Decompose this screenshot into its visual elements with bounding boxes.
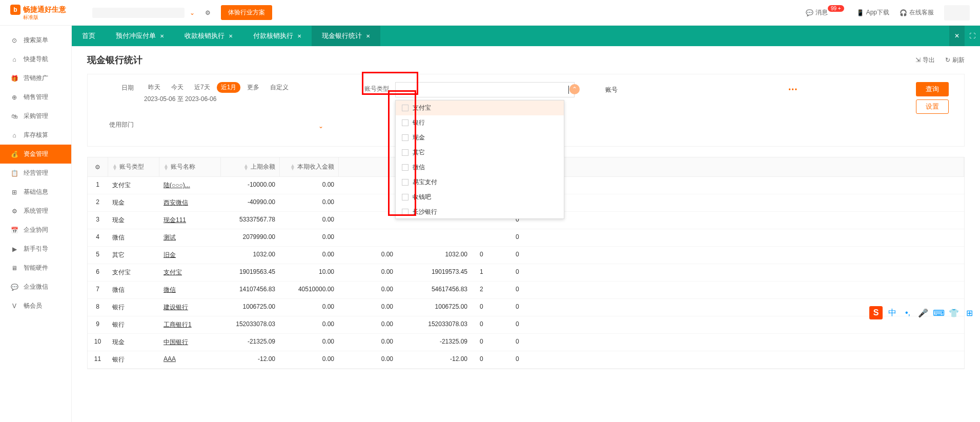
th-type[interactable]: ▲▼账号类型 xyxy=(108,157,159,176)
sidebar-item[interactable]: 📋经营管理 xyxy=(0,164,71,183)
date-filter-btn[interactable]: 今天 xyxy=(167,82,188,93)
account-link[interactable]: 支付宝 xyxy=(164,269,182,276)
dropdown-item[interactable]: 支付宝 xyxy=(396,101,564,115)
checkbox[interactable] xyxy=(402,119,409,126)
refresh-button[interactable]: ↻ 刷新 xyxy=(945,56,965,65)
tab-close-icon[interactable]: ✕ xyxy=(160,33,164,39)
cell-name: 工商银行1 xyxy=(159,316,221,333)
ime-punct-icon[interactable]: •, xyxy=(902,307,913,318)
sidebar-label: 企业协同 xyxy=(24,226,48,234)
dropdown-item[interactable]: 银行 xyxy=(396,115,564,130)
sidebar-item[interactable]: 🎁营销推广 xyxy=(0,69,71,88)
sidebar-item[interactable]: ⌂库存核算 xyxy=(0,126,71,145)
checkbox[interactable] xyxy=(402,134,409,141)
date-filter-btn[interactable]: 昨天 xyxy=(144,82,165,93)
gear-icon[interactable]: ⚙ xyxy=(205,9,211,16)
checkbox[interactable] xyxy=(402,149,409,156)
caret-down-icon: ⌄ xyxy=(190,9,195,16)
plan-button[interactable]: 体验行业方案 xyxy=(221,5,272,20)
account-link[interactable]: 旧金 xyxy=(164,251,176,258)
setting-button[interactable]: 设置 xyxy=(916,99,949,114)
company-selector[interactable]: ⌄ xyxy=(92,8,195,18)
checkbox[interactable] xyxy=(402,209,409,215)
collapse-icon[interactable]: ⌃ xyxy=(569,84,580,94)
tab[interactable]: 付款核销执行✕ xyxy=(243,26,312,46)
sidebar-item[interactable]: 💰资金管理 xyxy=(0,145,71,164)
checkbox[interactable] xyxy=(402,194,409,200)
sogou-icon[interactable]: S xyxy=(869,306,883,319)
account-link[interactable]: 建设银行 xyxy=(164,304,188,311)
dropdown-item[interactable]: 长沙银行 xyxy=(396,205,564,218)
service-link[interactable]: 🎧 在线客服 xyxy=(900,8,934,17)
account-link[interactable]: 西安微信 xyxy=(164,199,188,206)
cell-c3 xyxy=(398,229,472,246)
cell-name: 西安微信 xyxy=(159,194,221,211)
sidebar-item[interactable]: 🛍采购管理 xyxy=(0,107,71,126)
account-link[interactable]: 陆(○○○)... xyxy=(164,182,190,189)
date-filter-btn[interactable]: 更多 xyxy=(243,82,263,93)
ime-lang[interactable]: 中 xyxy=(887,307,898,318)
query-button[interactable]: 查询 xyxy=(916,82,949,96)
sidebar-item[interactable]: ⊞基础信息 xyxy=(0,183,71,202)
ime-mic-icon[interactable]: 🎤 xyxy=(917,307,929,318)
th-name[interactable]: ▲▼账号名称 xyxy=(159,157,221,176)
checkbox[interactable] xyxy=(402,164,409,171)
messages-link[interactable]: 💬 消息 99 + xyxy=(806,8,846,17)
th-outcount[interactable]: ▲▼本期支出笔数 xyxy=(508,157,964,176)
sidebar-item[interactable]: 📅企业协同 xyxy=(0,220,71,239)
sidebar-item[interactable]: ⊙搜索菜单 xyxy=(0,31,71,50)
table-row: 7 微信 微信 14107456.83 40510000.00 0.00 546… xyxy=(88,282,964,299)
checkbox[interactable] xyxy=(402,179,409,186)
dropdown-item[interactable]: 其它 xyxy=(396,145,564,160)
tab-close-icon[interactable]: ✕ xyxy=(297,33,301,39)
dropdown-item[interactable]: 收钱吧 xyxy=(396,190,564,205)
ime-toolbox-icon[interactable]: ⊞ xyxy=(964,307,975,318)
sidebar-label: 营销推广 xyxy=(24,74,48,83)
acct-input[interactable] xyxy=(625,82,784,97)
dept-input[interactable]: ⌄ xyxy=(144,119,323,133)
sidebar-item[interactable]: 💬企业微信 xyxy=(0,277,71,296)
acct-type-input[interactable] xyxy=(395,82,575,97)
sidebar-item[interactable]: ⌂快捷导航 xyxy=(0,50,71,69)
tab[interactable]: 收款核销执行✕ xyxy=(174,26,243,46)
tab-close-icon[interactable]: ✕ xyxy=(229,33,233,39)
tab-close-all[interactable]: ✕ xyxy=(949,26,965,46)
ime-keyboard-icon[interactable]: ⌨ xyxy=(933,307,944,318)
dropdown-item[interactable]: 易宝支付 xyxy=(396,175,564,190)
ime-skin-icon[interactable]: 👕 xyxy=(948,307,959,318)
dropdown-item[interactable]: 微信 xyxy=(396,160,564,175)
sidebar-item[interactable]: 🖥智能硬件 xyxy=(0,258,71,277)
th-income[interactable]: ▲▼本期收入金额 xyxy=(280,157,339,176)
account-link[interactable]: 微信 xyxy=(164,286,176,293)
checkbox[interactable] xyxy=(402,105,409,111)
account-link[interactable]: AAA xyxy=(164,355,176,363)
tab[interactable]: 首页 xyxy=(72,26,106,46)
th-prev[interactable]: ▲▼上期余额 xyxy=(221,157,280,176)
account-link[interactable]: 工商银行1 xyxy=(164,321,192,328)
sidebar-item[interactable]: V畅会员 xyxy=(0,296,71,315)
export-button[interactable]: ⇲ 导出 xyxy=(915,56,935,65)
table-settings-icon[interactable]: ⚙ xyxy=(88,157,108,176)
tab[interactable]: 现金银行统计✕ xyxy=(312,26,380,46)
sidebar-item[interactable]: ▶新手引导 xyxy=(0,239,71,258)
account-link[interactable]: 中国银行 xyxy=(164,338,188,346)
date-filter-btn[interactable]: 自定义 xyxy=(266,82,293,93)
account-link[interactable]: 现金111 xyxy=(164,216,186,224)
cell-prev: 1006725.00 xyxy=(221,299,280,316)
avatar[interactable] xyxy=(944,5,970,21)
dropdown-item[interactable]: 现金 xyxy=(396,130,564,145)
tab[interactable]: 预付冲应付单✕ xyxy=(106,26,174,46)
sidebar-item[interactable]: ⚙系统管理 xyxy=(0,202,71,220)
date-filter-btn[interactable]: 近1月 xyxy=(217,82,241,93)
more-icon[interactable]: ••• xyxy=(788,86,798,93)
sidebar-item[interactable]: ⊕销售管理 xyxy=(0,88,71,107)
cell-c3: 54617456.83 xyxy=(398,282,472,298)
date-filter-btn[interactable]: 近7天 xyxy=(190,82,214,93)
app-download-link[interactable]: 📱 App下载 xyxy=(856,8,889,17)
tab-fullscreen[interactable]: ⛶ xyxy=(965,26,980,46)
tab-close-icon[interactable]: ✕ xyxy=(366,33,370,39)
headset-icon: 🎧 xyxy=(900,9,907,16)
cell-cnt: 0 xyxy=(472,351,508,368)
cell-income: 0.00 xyxy=(280,351,339,368)
account-link[interactable]: 测试 xyxy=(164,234,176,241)
